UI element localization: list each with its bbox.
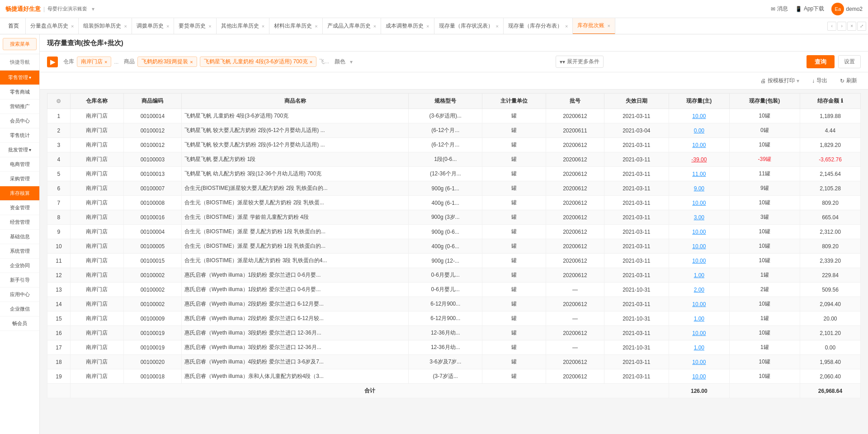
print-dropdown-icon[interactable]: ▾ <box>797 78 799 84</box>
cell-qty-main[interactable]: 9.00 <box>669 181 729 196</box>
cell-name: 惠氏启睿（Wyeth illuma）1段奶粉 爱尔兰进口 0-6月婴... <box>182 268 409 283</box>
sidebar-item-wholesale[interactable]: 批发管理 ▾ <box>0 143 39 157</box>
sidebar-item-mall[interactable]: 零售商城 <box>0 85 39 99</box>
tab-prev[interactable]: ‹ <box>827 22 836 31</box>
tab-chengben[interactable]: 成本调整单历史 × <box>381 18 434 34</box>
warehouse-more[interactable]: ... <box>114 59 118 65</box>
product-tag-1[interactable]: 飞鹤奶粉3段两提装 × <box>137 57 197 67</box>
tab-yaohuo[interactable]: 要货单历史 × <box>174 18 216 34</box>
sidebar-item-basic[interactable]: 基础信息 <box>0 230 39 244</box>
tab-cailiao[interactable]: 材料出库单历史 × <box>269 18 322 34</box>
tab-close[interactable]: × <box>124 24 127 29</box>
expand-more-btn[interactable]: ▾▾ 展开更多条件 <box>556 56 604 68</box>
cell-qty-main[interactable]: 1.00 <box>669 340 729 355</box>
col-gear[interactable]: ⚙ <box>47 94 71 109</box>
tab-close[interactable]: × <box>426 24 429 29</box>
cell-qty-main[interactable]: 10.00 <box>669 109 729 123</box>
tab-fenliang[interactable]: 分量盘点单历史 × <box>26 18 79 34</box>
tab-next[interactable]: › <box>837 22 846 31</box>
cell-qty-main[interactable]: 10.00 <box>669 355 729 369</box>
cell-code: 00100009 <box>123 311 181 326</box>
warehouse-tag[interactable]: 南岸门店 × <box>77 57 111 67</box>
cell-qty-main[interactable]: 10.00 <box>669 254 729 268</box>
tab-close-active[interactable]: × <box>607 23 610 28</box>
cell-expire: 2021-03-11 <box>604 210 669 225</box>
cell-name: 惠氏启睿（Wyeth illuma）4段奶粉 爱尔兰进口 3-6岁及7... <box>182 355 409 369</box>
app-download-btn[interactable]: 📱 App下载 <box>795 5 824 13</box>
sidebar-item-system[interactable]: 系统管理 <box>0 244 39 259</box>
sidebar-item-vip[interactable]: 畅会员 <box>0 316 39 331</box>
product-tag-2-remove[interactable]: × <box>310 59 312 65</box>
search-menu-btn[interactable]: 搜索菜单 <box>3 38 37 50</box>
print-btn[interactable]: 🖨 按模板打印 ▾ <box>757 75 803 86</box>
cell-qty-main[interactable]: 1.00 <box>669 311 729 326</box>
cell-warehouse: 南岸门店 <box>70 369 123 384</box>
filter-expand-btn[interactable]: ▶ <box>47 57 58 67</box>
message-btn[interactable]: ✉ 消息 <box>771 5 788 13</box>
query-button[interactable]: 查询 <box>807 55 835 68</box>
tab-diaoBo[interactable]: 调拨单历史 × <box>132 18 174 34</box>
cell-qty-main[interactable]: 10.00 <box>669 225 729 239</box>
sidebar-item-collab[interactable]: 企业协同 <box>0 259 39 273</box>
tab-kucun-pici[interactable]: 库存批次账 × <box>573 18 615 34</box>
cell-qty-main[interactable]: 11.00 <box>669 167 729 181</box>
cell-no: 15 <box>47 311 71 326</box>
tab-xiancun1[interactable]: 现存量（库存状况表） × <box>434 18 504 34</box>
sidebar-item-ecommerce[interactable]: 电商管理 <box>0 157 39 172</box>
cell-qty-main[interactable]: 1.00 <box>669 268 729 283</box>
cell-warehouse: 南岸门店 <box>70 167 123 181</box>
cell-code: 00100019 <box>123 326 181 340</box>
cell-unit: 罐 <box>482 254 546 268</box>
sidebar-item-purchase[interactable]: 采购管理 <box>0 172 39 186</box>
sidebar-item-retail-stat[interactable]: 零售统计 <box>0 128 39 143</box>
warehouse-remove[interactable]: × <box>104 59 107 65</box>
tab-maximize[interactable]: ⤢ <box>857 22 866 31</box>
tab-close[interactable]: × <box>496 24 499 29</box>
export-btn[interactable]: ↓ 导出 <box>808 75 831 86</box>
cell-qty-main[interactable]: 10.00 <box>669 196 729 210</box>
tab-xiancun2[interactable]: 现存量（库存分布表） × <box>504 18 573 34</box>
tab-close[interactable]: × <box>166 24 169 29</box>
sidebar-item-appstore[interactable]: 应用中心 <box>0 288 39 302</box>
tab-close[interactable]: × <box>565 24 568 29</box>
cell-qty-main[interactable]: 10.00 <box>669 297 729 311</box>
tab-home[interactable]: 首页 <box>2 18 26 34</box>
tab-qita[interactable]: 其他出库单历史 × <box>217 18 269 34</box>
sidebar-item-marketing[interactable]: 营销推广 <box>0 99 39 114</box>
cell-qty-main[interactable]: 0.00 <box>669 123 729 138</box>
refresh-btn[interactable]: ↻ 刷新 <box>836 75 861 86</box>
tab-zuzhuang[interactable]: 组装拆卸单历史 × <box>79 18 132 34</box>
tab-close[interactable]: × <box>71 24 74 29</box>
cell-batch: 20200612 <box>546 268 604 283</box>
sidebar-item-inventory[interactable]: 库存核算 <box>0 186 39 201</box>
cell-batch: 20200612 <box>546 326 604 340</box>
cell-qty-main[interactable]: 10.00 <box>669 369 729 384</box>
cell-qty-main[interactable]: 10.00 <box>669 326 729 340</box>
sidebar-item-member[interactable]: 会员中心 <box>0 114 39 128</box>
cell-qty-main[interactable]: 2.00 <box>669 283 729 297</box>
tab-close[interactable]: × <box>373 24 376 29</box>
color-dropdown[interactable]: ▾ <box>350 59 353 65</box>
product-tag-2[interactable]: 飞鹤星飞帆 儿童奶粉 4段(3-6岁适用) 700克 × <box>200 57 316 67</box>
sidebar-item-retail[interactable]: 零售管理 ▾ <box>0 71 39 85</box>
product-more[interactable]: 飞... <box>319 58 329 66</box>
sidebar-item-operation[interactable]: 经营管理 <box>0 215 39 230</box>
tab-chanpin[interactable]: 产成品入库单历史 × <box>323 18 381 34</box>
cell-warehouse: 南岸门店 <box>70 268 123 283</box>
cell-unit: 罐 <box>482 225 546 239</box>
cell-qty-main[interactable]: 10.00 <box>669 138 729 152</box>
cell-qty-main[interactable]: -39.00 <box>669 152 729 167</box>
product-tag-1-remove[interactable]: × <box>190 59 193 65</box>
sidebar-item-wechat[interactable]: 企业微信 <box>0 302 39 316</box>
cell-qty-main[interactable]: 3.00 <box>669 210 729 225</box>
tab-close[interactable]: × <box>315 24 317 29</box>
sidebar-item-finance[interactable]: 资金管理 <box>0 201 39 215</box>
dropdown-icon[interactable]: ▾ <box>92 6 94 12</box>
setting-button[interactable]: 设置 <box>838 55 861 68</box>
tab-close-all[interactable]: × <box>847 22 856 31</box>
sidebar-item-guide[interactable]: 新手引导 <box>0 273 39 288</box>
user-area[interactable]: Ea demo2 <box>831 3 863 15</box>
tab-close[interactable]: × <box>208 24 211 29</box>
tab-close[interactable]: × <box>262 24 264 29</box>
cell-qty-main[interactable]: 10.00 <box>669 239 729 254</box>
